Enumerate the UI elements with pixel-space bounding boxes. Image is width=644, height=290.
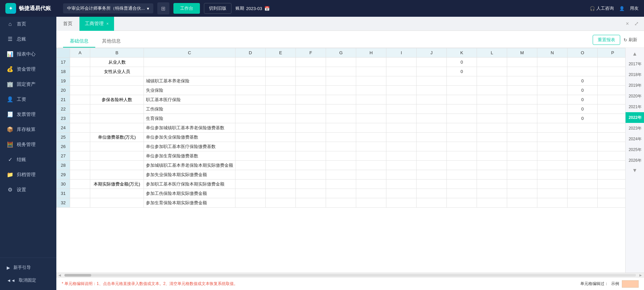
consulting-button[interactable]: 🎧 人工咨询 — [590, 5, 614, 11]
cell-29-m[interactable] — [507, 170, 537, 179]
sidebar-item-salary[interactable]: 👤 工资 — [0, 92, 56, 107]
cell-22-f[interactable] — [296, 104, 326, 114]
cell-20-e[interactable] — [266, 86, 296, 95]
cell-28-p[interactable] — [598, 161, 626, 170]
cell-30-b[interactable]: 本期实际缴费金额(万元) — [90, 179, 144, 189]
cell-19-g[interactable] — [326, 76, 356, 86]
cell-19-d[interactable] — [235, 76, 266, 86]
cell-29-b[interactable] — [90, 170, 144, 179]
cell-24-m[interactable] — [507, 123, 537, 133]
year-item-2020[interactable]: 2020年 — [626, 91, 644, 101]
cell-17-a[interactable] — [70, 58, 90, 67]
cell-21-h[interactable] — [356, 95, 386, 104]
cell-32-k[interactable] — [447, 198, 477, 208]
window-expand-button[interactable]: ⤢ — [633, 19, 640, 28]
cell-28-b[interactable] — [90, 161, 144, 170]
cell-17-n[interactable] — [537, 58, 568, 67]
cell-18-m[interactable] — [507, 67, 537, 76]
cell-22-n[interactable] — [537, 104, 568, 114]
cell-20-c[interactable]: 失业保险 — [144, 86, 235, 95]
cell-27-o[interactable] — [568, 151, 598, 161]
cell-31-p[interactable] — [598, 189, 626, 198]
cell-31-c[interactable]: 参加工伤保险本期实际缴费金额 — [144, 189, 235, 198]
tab-basic-info[interactable]: 基础信息 — [63, 35, 95, 48]
cell-25-g[interactable] — [326, 133, 356, 142]
cell-32-d[interactable] — [235, 198, 266, 208]
cell-23-c[interactable]: 生育保险 — [144, 114, 235, 123]
cell-17-e[interactable] — [266, 58, 296, 67]
cell-26-e[interactable] — [266, 142, 296, 151]
cell-24-i[interactable] — [386, 123, 417, 133]
cell-24-l[interactable] — [477, 123, 507, 133]
cell-21-f[interactable] — [296, 95, 326, 104]
cell-20-f[interactable] — [296, 86, 326, 95]
cell-22-o[interactable]: 0 — [568, 104, 598, 114]
cell-27-b[interactable] — [90, 151, 144, 161]
cell-18-d[interactable] — [235, 67, 266, 76]
cell-17-o[interactable] — [568, 58, 598, 67]
cell-24-j[interactable] — [417, 123, 447, 133]
cell-25-a[interactable] — [70, 133, 90, 142]
cell-18-f[interactable] — [296, 67, 326, 76]
tab-other-info[interactable]: 其他信息 — [95, 35, 127, 48]
year-item-2018[interactable]: 2018年 — [626, 69, 644, 80]
sidebar-item-archive[interactable]: 📁 归档管理 — [0, 167, 56, 182]
cell-26-h[interactable] — [356, 142, 386, 151]
year-item-2023[interactable]: 2023年 — [626, 123, 644, 134]
cell-29-n[interactable] — [537, 170, 568, 179]
cell-26-l[interactable] — [477, 142, 507, 151]
cell-23-m[interactable] — [507, 114, 537, 123]
cell-30-h[interactable] — [356, 179, 386, 189]
sidebar-item-home[interactable]: ⌂ 首页 — [0, 17, 56, 31]
cell-20-o[interactable]: 0 — [568, 86, 598, 95]
cell-26-a[interactable] — [70, 142, 90, 151]
reset-report-button[interactable]: 重置报表 — [593, 35, 620, 45]
cell-21-c[interactable]: 职工基本医疗保险 — [144, 95, 235, 104]
cell-21-m[interactable] — [507, 95, 537, 104]
cell-17-p[interactable] — [598, 58, 626, 67]
cell-27-p[interactable] — [598, 151, 626, 161]
cell-31-b[interactable] — [90, 189, 144, 198]
cell-26-m[interactable] — [507, 142, 537, 151]
cell-19-h[interactable] — [356, 76, 386, 86]
cell-32-c[interactable]: 参加生育保险本期实际缴费金额 — [144, 198, 235, 208]
switch-version-button[interactable]: 切到旧版 — [204, 3, 231, 14]
h-scroll-right[interactable]: ► — [637, 273, 644, 278]
cell-19-e[interactable] — [266, 76, 296, 86]
cell-30-j[interactable] — [417, 179, 447, 189]
cell-26-c[interactable]: 单位参加职工基本医疗保险缴费基数 — [144, 142, 235, 151]
h-scroll-track[interactable] — [64, 274, 636, 277]
cell-22-d[interactable] — [235, 104, 266, 114]
cell-18-l[interactable] — [477, 67, 507, 76]
cell-26-b[interactable] — [90, 142, 144, 151]
tab-close-button[interactable]: × — [106, 21, 109, 26]
cell-18-c[interactable] — [144, 67, 235, 76]
cell-27-d[interactable] — [235, 151, 266, 161]
cell-28-j[interactable] — [417, 161, 447, 170]
cell-28-n[interactable] — [537, 161, 568, 170]
cell-18-i[interactable] — [386, 67, 417, 76]
cell-27-l[interactable] — [477, 151, 507, 161]
cell-24-f[interactable] — [296, 123, 326, 133]
refresh-button[interactable]: ↻ 刷新 — [624, 37, 637, 43]
cell-31-g[interactable] — [326, 189, 356, 198]
cell-21-i[interactable] — [386, 95, 417, 104]
cell-17-l[interactable] — [477, 58, 507, 67]
cell-22-m[interactable] — [507, 104, 537, 114]
cell-32-m[interactable] — [507, 198, 537, 208]
cell-17-f[interactable] — [296, 58, 326, 67]
cell-19-l[interactable] — [477, 76, 507, 86]
cell-30-d[interactable] — [235, 179, 266, 189]
cell-30-c[interactable]: 参加职工基本医疗保险本期实际缴费金额 — [144, 179, 235, 189]
year-nav-down[interactable]: ▼ — [626, 166, 644, 175]
cell-32-p[interactable] — [598, 198, 626, 208]
cell-22-g[interactable] — [326, 104, 356, 114]
cell-30-p[interactable] — [598, 179, 626, 189]
cell-24-e[interactable] — [266, 123, 296, 133]
cell-18-p[interactable] — [598, 67, 626, 76]
cell-20-j[interactable] — [417, 86, 447, 95]
company-selector[interactable]: 中审众环会计师事务所（特殊普通合伙... ▾ — [63, 3, 153, 13]
cell-17-c[interactable] — [144, 58, 235, 67]
cell-22-e[interactable] — [266, 104, 296, 114]
cell-20-a[interactable] — [70, 86, 90, 95]
